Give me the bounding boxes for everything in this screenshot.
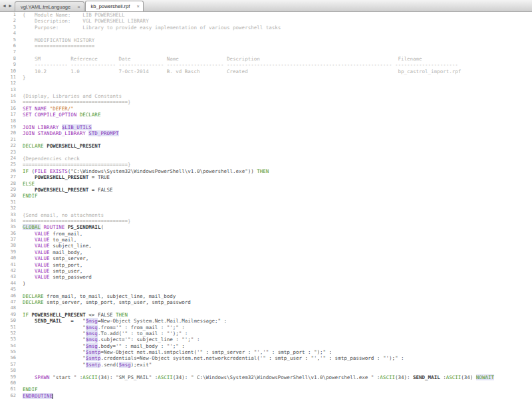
code-line[interactable]: 41 VALUE smtp_port, [0,262,532,268]
code-line[interactable]: 42 VALUE smtp_user, [0,268,532,274]
line-number: 32 [0,205,17,211]
code-line[interactable]: 23 [0,150,532,156]
code-text: } [23,74,26,80]
code-line[interactable]: 59 SPAWN "start " :ASCII(34): "SM_PS_MAI… [0,374,532,380]
code-line[interactable]: 62ENDROUTINE [0,393,532,399]
code-line[interactable]: 5 MODIFICATION HISTORY [0,37,532,43]
code-line[interactable]: 15===================================} [0,99,532,105]
code-text: ELSE [23,181,35,187]
code-line[interactable]: 60 [0,380,532,386]
code-line[interactable]: 29 POWERSHELL_PRESENT = FALSE [0,187,532,193]
code-line[interactable]: 2 Description: VGL POWERSHELL LIBRARY [0,18,532,24]
code-line[interactable]: 39 VALUE mail_body, [0,249,532,255]
code-line[interactable]: 18 [0,118,532,124]
close-icon[interactable]: × [136,4,139,9]
code-line[interactable]: 4 [0,31,532,37]
tab-kb-powershell-rpf[interactable]: kb_powershell.rpf × [85,1,144,11]
tab-label: kb_powershell.rpf [91,3,130,9]
close-icon[interactable]: × [77,5,80,9]
line-number: 23 [0,150,17,156]
code-line[interactable]: 53 "$msg.subject='": subject_line : "';"… [0,336,532,342]
code-line[interactable]: 21 [0,137,532,143]
code-line[interactable]: 58 [0,368,532,374]
code-line[interactable]: 52 "$msg.To.add('" : to_mail : "');" : [0,331,532,336]
line-number: 3 [0,25,17,31]
code-line[interactable]: 20JOIN STANDARD_LIBRARY STD_PROMPT [0,130,532,136]
code-line[interactable]: 22DECLARE POWERSHELL_PRESENT [0,143,532,149]
code-text: JOIN LIBRARY $LIB_UTILS [23,124,92,130]
code-line[interactable]: 45 [0,287,532,293]
code-line[interactable]: 13 [0,87,532,93]
code-line[interactable]: 14{Display, Libraries and Constants [0,93,532,99]
line-number: 12 [0,80,17,86]
code-text: SEND_MAIL = "$msg=New-Object System.Net.… [23,318,227,324]
code-area[interactable]: 1{ Module Name: LIB POWERSHELL2 Descript… [0,12,532,399]
code-line[interactable]: 8 SM Reference Date Name Description Fil… [0,56,532,62]
code-line[interactable]: 32 [0,205,532,211]
code-line[interactable]: 56 "$smtp.credentials=New-Object system.… [0,355,532,361]
code-text: "$msg.from='" : from_mail : "';" : [23,325,185,331]
code-line[interactable]: 10 10.2 1.0 7-Oct-2014 B. vd Basch Creat… [0,68,532,74]
code-line[interactable]: 12 [0,80,532,86]
code-line[interactable]: 49IF POWERSHELL_PRESENT <> FALSE THEN [0,312,532,318]
code-line[interactable]: 17SET COMPILE_OPTION DECLARE [0,112,532,118]
line-number: 26 [0,168,17,174]
code-line[interactable]: 50 SEND_MAIL = "$msg=New-Object System.N… [0,318,532,324]
code-text: VALUE to_mail, [23,237,76,243]
code-line[interactable]: 16SET NAME "DEFER/" [0,106,532,112]
code-line[interactable]: 33{Send email, no attachments [0,212,532,218]
code-line[interactable]: 48 [0,305,532,311]
line-number: 35 [0,224,17,230]
code-line[interactable]: 38 VALUE subject_line, [0,243,532,249]
code-line[interactable]: 37 VALUE to_mail, [0,237,532,243]
code-text: VALUE smtp_password [23,274,92,280]
code-line[interactable]: 1{ Module Name: LIB POWERSHELL [0,12,532,18]
line-number: 37 [0,237,17,243]
code-line[interactable]: 28ELSE [0,181,532,187]
line-number: 61 [0,386,17,392]
tab-vgl-yaml-tmlanguage[interactable]: vgl.YAML.tmLanguage × [15,1,84,11]
code-line[interactable]: 51 "$msg.from='" : from_mail : "';" : [0,325,532,331]
code-line[interactable]: 11} [0,74,532,80]
code-line[interactable]: 40 VALUE smtp_server, [0,255,532,261]
code-text: "$msg.body='" : mail_body : "';" : [23,343,185,349]
line-number: 49 [0,312,17,318]
tab-scroll-left-button[interactable]: ◄ [2,3,7,9]
code-text: VALUE from_mail, [23,231,82,237]
code-text: SET COMPILE_OPTION DECLARE [23,112,100,118]
code-line[interactable]: 25===================================} [0,162,532,168]
code-line[interactable]: 30ENDIF [0,193,532,199]
code-line[interactable]: 61ENDIF [0,386,532,392]
code-line[interactable]: 27 POWERSHELL_PRESENT = TRUE [0,174,532,180]
code-line[interactable]: 31 [0,200,532,205]
line-number: 8 [0,56,17,62]
code-line[interactable]: 36 VALUE from_mail, [0,231,532,237]
code-line[interactable]: 7 [0,49,532,55]
code-line[interactable]: 55 "$smtp=New-Object net.mail.smtpclient… [0,349,532,355]
code-line[interactable]: 34===================================} [0,218,532,224]
code-text: ) [23,281,26,287]
line-number: 13 [0,87,17,93]
line-number: 58 [0,368,17,374]
code-text: POWERSHELL_PRESENT = TRUE [23,174,110,180]
code-line[interactable]: 44) [0,281,532,287]
code-line[interactable]: 24{Dependencies check [0,156,532,162]
code-line[interactable]: 6 ==================== [0,43,532,49]
line-number: 1 [0,12,17,18]
code-line[interactable]: 26IF (FILE EXISTS("C:\Windows\System32\W… [0,168,532,174]
tab-scroll-right-button[interactable]: ► [8,3,13,9]
tab-label: vgl.YAML.tmLanguage [21,4,70,10]
code-text: "$smtp.send($msg);exit" [23,362,152,368]
code-line[interactable]: 19JOIN LIBRARY $LIB_UTILS [0,124,532,130]
code-line[interactable]: 35GLOBAL ROUTINE PS_SENDMAIL( [0,224,532,230]
code-line[interactable]: 57 "$smtp.send($msg);exit" [0,362,532,368]
code-line[interactable]: 43 VALUE smtp_password [0,274,532,280]
line-number: 29 [0,187,17,193]
code-line[interactable]: 46DECLARE from_mail, to_mail, subject_li… [0,293,532,299]
code-text: { Module Name: LIB POWERSHELL [23,12,125,18]
code-text: Description: VGL POWERSHELL LIBRARY [23,18,149,24]
code-line[interactable]: 47DECLARE smtp_server, smtp_port, smtp_u… [0,299,532,305]
code-line[interactable]: 54 "$msg.body='" : mail_body : "';" : [0,343,532,349]
code-line[interactable]: 9 ----------- --------------- ----------… [0,62,532,68]
code-line[interactable]: 3 Purpose: Library to provide easy imple… [0,25,532,31]
